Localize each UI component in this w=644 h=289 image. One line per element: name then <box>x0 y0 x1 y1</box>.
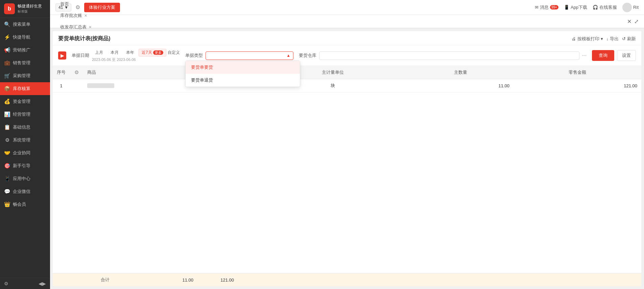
btn-this-month[interactable]: 本月 <box>108 49 122 57</box>
sidebar-icon-sales: 💼 <box>4 60 10 66</box>
sidebar-label-search: 搜索菜单 <box>13 21 30 27</box>
sidebar-label-system: 系统管理 <box>13 137 30 143</box>
messages-badge: 99+ <box>550 5 558 9</box>
column-settings-icon[interactable]: ⚙ <box>74 69 79 75</box>
warehouse-more-btn[interactable]: ··· <box>582 52 587 59</box>
sidebar-item-marketing[interactable]: 📢 营销推广 <box>0 44 50 57</box>
table-row: 1 块 11.00 121.00 <box>53 79 641 92</box>
sidebar-label-sales: 销售管理 <box>13 60 30 66</box>
date-filter-label: 单据日期 <box>72 52 89 59</box>
refresh-btn[interactable]: ↺ 刷新 <box>622 36 636 42</box>
settings-btn[interactable]: 设置 <box>617 50 636 61</box>
tab-home[interactable]: 首页 <box>55 0 96 10</box>
col-seq: 序号 <box>53 66 70 79</box>
btn-custom-date[interactable]: 自定义 <box>168 50 180 55</box>
sidebar-icon-wechat: 💬 <box>4 188 10 195</box>
chevron-down-icon: ▾ <box>601 36 603 41</box>
sidebar-item-sales[interactable]: 💼 销售管理 <box>0 57 50 69</box>
date-filter-group: 单据日期 上月 本月 本年 近7天 更多 自定义 2023-05-06 至 20… <box>72 49 180 62</box>
tab-batch-stock[interactable]: 库存批次账✕ <box>55 10 96 22</box>
sidebar-item-basic[interactable]: 📋 基础信息 <box>0 121 50 134</box>
print-template-btn[interactable]: 🖨 按模板打印 ▾ <box>572 36 603 42</box>
filter-bar: ▶ 单据日期 上月 本月 本年 近7天 更多 自定义 2023-05-06 至 … <box>53 45 641 66</box>
settings-icon[interactable]: ⚙ <box>4 281 8 286</box>
sidebar-item-inventory[interactable]: 📦 库存核算 <box>0 82 50 95</box>
sidebar-icon-search: 🔍 <box>4 21 10 27</box>
table-footer: 合计 11.00 121.00 <box>53 273 641 286</box>
sidebar-icon-marketing: 📢 <box>4 47 10 53</box>
sidebar-icon-operations: 📊 <box>4 111 10 117</box>
type-input[interactable] <box>209 53 286 58</box>
sidebar-item-search[interactable]: 🔍 搜索菜单 <box>0 18 50 31</box>
page-content: 要货单统计表(按商品) 🖨 按模板打印 ▾ ↓ 导出 ↺ 刷新 ▶ <box>53 31 641 286</box>
tab-label-batch-stock: 库存批次账 <box>60 13 82 19</box>
cell-amount: 121.00 <box>514 79 641 92</box>
user-avatar[interactable]: Rit <box>622 3 639 12</box>
sidebar-label-guide: 新手引导 <box>13 163 30 169</box>
sidebar-item-operations[interactable]: 📊 经营管理 <box>0 108 50 121</box>
col-qty: 主数量 <box>408 66 514 79</box>
btn-last-7days[interactable]: 近7天 更多 <box>139 49 166 57</box>
sidebar-item-vip[interactable]: 👑 畅会员 <box>0 198 50 211</box>
sidebar-icon-finance: 💰 <box>4 98 10 105</box>
sidebar-item-system[interactable]: ⚙ 系统管理 <box>0 134 50 147</box>
header-right: ✉ 消息 99+ 📱 App下载 🎧 在线客服 Rit <box>535 3 639 12</box>
tab-label-home: 首页 <box>60 1 69 7</box>
expand-tab-icon[interactable]: ⤢ <box>634 18 639 25</box>
warehouse-filter-label: 要货仓库 <box>299 52 316 59</box>
warehouse-input[interactable] <box>322 53 576 58</box>
sidebar: b 畅捷通好生意 标准版 🔍 搜索菜单 ⚡ 快捷导航 📢 营销推广 💼 销售管理… <box>0 0 50 289</box>
query-btn[interactable]: 查询 <box>592 50 614 61</box>
refresh-icon: ↺ <box>622 36 626 41</box>
sidebar-label-inventory: 库存核算 <box>13 86 30 92</box>
footer-amount: 121.00 <box>193 277 234 283</box>
dropdown-item-require-return[interactable]: 要货单退货 <box>186 74 300 87</box>
sidebar-icon-system: ⚙ <box>4 137 10 143</box>
app-download-btn[interactable]: 📱 App下载 <box>564 4 587 10</box>
app-edition: 标准版 <box>18 9 42 14</box>
col-settings: ⚙ <box>70 66 83 79</box>
sidebar-item-guide[interactable]: 🎯 新手引导 <box>0 159 50 172</box>
sidebar-icon-guide: 🎯 <box>4 163 10 169</box>
warehouse-selector-input[interactable] <box>319 51 579 60</box>
btn-this-year[interactable]: 本年 <box>123 49 137 57</box>
sidebar-item-wechat[interactable]: 💬 企业微信 <box>0 185 50 198</box>
user-name: Rit <box>633 5 639 10</box>
collapse-icon[interactable]: ◀▶ <box>39 281 46 286</box>
sidebar-item-enterprise[interactable]: 🤝 企业协同 <box>0 147 50 159</box>
page-title: 要货单统计表(按商品) <box>58 35 111 42</box>
sidebar-item-purchase[interactable]: 🛒 采购管理 <box>0 69 50 82</box>
close-tab-icon[interactable]: ✕ <box>627 18 631 25</box>
tab-close-batch-stock[interactable]: ✕ <box>84 14 87 18</box>
btn-last-month[interactable]: 上月 <box>92 49 106 57</box>
sidebar-icon-vip: 👑 <box>4 201 10 207</box>
footer-label: 合计 <box>101 277 110 283</box>
type-dropdown-arrow[interactable]: ▲ <box>286 53 290 58</box>
date-range-display: 2023-05-06 至 2023-06-06 <box>92 57 180 62</box>
sidebar-item-quick-nav[interactable]: ⚡ 快捷导航 <box>0 31 50 44</box>
headset-icon: 🎧 <box>593 5 598 10</box>
sidebar-label-quick-nav: 快捷导航 <box>13 34 30 40</box>
export-btn[interactable]: ↓ 导出 <box>606 36 619 42</box>
warehouse-filter-group: 要货仓库 ··· <box>299 51 587 60</box>
export-icon: ↓ <box>606 36 609 41</box>
sidebar-item-finance[interactable]: 💰 资金管理 <box>0 95 50 108</box>
tab-bar: 首页库存批次账✕收发存汇总表✕要货单统计表✕ ✕ ⤢ <box>50 15 644 28</box>
sidebar-icon-quick-nav: ⚡ <box>4 34 10 40</box>
main-content: 41 ▼ ⚙ 体验行业方案 ✉ 消息 99+ 📱 App下载 🎧 在线客服 R <box>50 0 644 289</box>
tab-close-receipt-summary[interactable]: ✕ <box>89 25 92 29</box>
filter-actions: 查询 设置 <box>592 50 636 61</box>
dropdown-item-require-order[interactable]: 要货单要货 <box>186 61 300 74</box>
sidebar-item-app-center[interactable]: 📱 应用中心 <box>0 172 50 185</box>
online-service-btn[interactable]: 🎧 在线客服 <box>593 4 617 10</box>
sidebar-icon-inventory: 📦 <box>4 86 10 92</box>
messages-btn[interactable]: ✉ 消息 99+ <box>535 4 558 10</box>
type-dropdown-menu: 要货单要货 要货单退货 <box>185 61 300 87</box>
filter-expand-btn[interactable]: ▶ <box>58 51 66 60</box>
table-body: 1 块 11.00 121.00 <box>53 79 641 92</box>
data-table-wrap: 序号 ⚙ 商品 主计量单位 主数量 零售金额 1 块 <box>53 66 641 273</box>
sidebar-logo: b 畅捷通好生意 标准版 <box>0 0 50 18</box>
avatar-img <box>622 3 632 12</box>
type-selector-input[interactable]: ▲ <box>206 51 293 60</box>
sidebar-label-operations: 经营管理 <box>13 111 30 117</box>
